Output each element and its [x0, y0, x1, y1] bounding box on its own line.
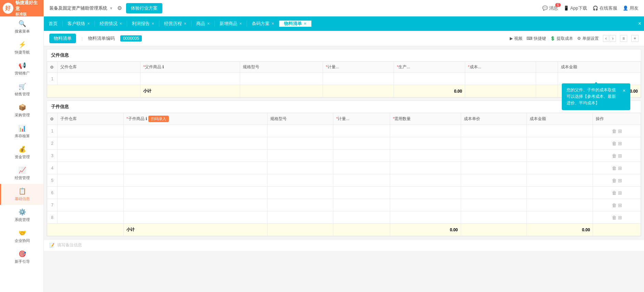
sidebar-item-operations[interactable]: 📈经营管理 [0, 163, 44, 184]
prev-page-btn[interactable]: ‹ [603, 35, 609, 42]
nav-tab-new-goods[interactable]: 新增商品 × [215, 21, 247, 27]
delete-icon[interactable]: 🗑 [612, 215, 617, 220]
parent-section-title: 父件信息 [47, 49, 641, 61]
child-col-spec: 规格型号 [267, 113, 333, 125]
sidebar-item-purchase[interactable]: 📦采购管理 [0, 100, 44, 121]
table-row: 1 [47, 73, 641, 85]
child-col-unit-cost: 成本单价 [461, 113, 527, 125]
tab-close-new-goods[interactable]: × [239, 21, 242, 26]
extract-cost-btn[interactable]: 💲 提取成本 [550, 36, 573, 42]
child-col-settings: ⚙ [47, 113, 58, 125]
table-row: 6 🗑 ⊞ [47, 187, 641, 199]
note-icon: 📝 [49, 243, 54, 248]
nav-tab-profit[interactable]: 利润报告 × [127, 21, 159, 27]
delete-icon[interactable]: 🗑 [612, 141, 617, 146]
user-menu[interactable]: 👤 用友 [623, 5, 639, 11]
child-col-goods: *子件商品 ℹ 扫码录入 [123, 113, 267, 125]
experience-btn[interactable]: 体验行业方案 [126, 3, 162, 13]
sidebar-item-enterprise[interactable]: 🤝企业协同 [0, 226, 44, 247]
child-info-section: 子件信息 ⚙ 子件仓库 *子件商品 ℹ 扫码录入 规格型号 *计量... *需用… [47, 101, 641, 236]
nav-tab-home[interactable]: 首页 [44, 21, 63, 27]
topbar: 装备及固定资产辅助管理系统 ▼ ⚙ 体验行业方案 💬 消息 6 📱 App下载 … [44, 0, 644, 16]
sidebar-item-inventory[interactable]: 📊库存核算 [0, 121, 44, 142]
parent-subtotal-row: 小计 0.00 0.00 [47, 85, 641, 97]
sub-header: 物料清单 | 物料清单编码 0000005 ▶ 视频 ⌨ 快捷键 💲 提取成本 … [44, 31, 644, 46]
copy-icon[interactable]: ⊞ [618, 202, 622, 208]
tab-close-barcode[interactable]: × [272, 21, 274, 26]
next-page-btn[interactable]: › [610, 35, 616, 42]
tooltip-close-btn[interactable]: × [623, 87, 626, 94]
tab-close-goods[interactable]: × [207, 21, 210, 26]
tab-close-icon[interactable]: × [635, 21, 644, 27]
parent-col-goods: *父件商品 ℹ [140, 62, 240, 73]
parent-col-warehouse: 父件仓库 [58, 62, 140, 73]
video-btn[interactable]: ▶ 视频 [510, 36, 522, 42]
delete-icon[interactable]: 🗑 [612, 165, 617, 171]
table-row: 4 🗑 ⊞ [47, 162, 641, 174]
table-row: 1 🗑 ⊞ [47, 125, 641, 137]
copy-icon[interactable]: ⊞ [618, 178, 622, 183]
nav-tab-bom[interactable]: 物料清单 × [279, 21, 311, 27]
main-content: 装备及固定资产辅助管理系统 ▼ ⚙ 体验行业方案 💬 消息 6 📱 App下载 … [44, 0, 644, 292]
single-settings-btn[interactable]: ⚙ 单据设置 [577, 36, 599, 42]
copy-icon[interactable]: ⊞ [618, 190, 622, 196]
child-col-amount: 成本金额 [527, 113, 593, 125]
table-row: 2 🗑 ⊞ [47, 137, 641, 150]
settings-icon[interactable]: ⚙ [117, 5, 122, 11]
nav-tab-operations-status[interactable]: 经营情况 × [95, 21, 127, 27]
bom-list-tab[interactable]: 物料清单 [49, 34, 76, 43]
child-col-warehouse: 子件仓库 [58, 113, 124, 125]
logo-icon: 好 [3, 3, 13, 14]
copy-icon[interactable]: ⊞ [618, 141, 622, 146]
sub-header-right: ▶ 视频 ⌨ 快捷键 💲 提取成本 ⚙ 单据设置 ‹ › ≡ + [510, 35, 639, 42]
content-area: × 您的父件、子件的成本取值可以选择【参考成本、最新进价、平均成本】 父件信息 … [44, 46, 644, 292]
sidebar-item-guide[interactable]: 🎯新手引导 [0, 247, 44, 268]
copy-icon[interactable]: ⊞ [618, 165, 622, 171]
message-btn[interactable]: 💬 消息 6 [542, 5, 558, 11]
child-section-title: 子件信息 [47, 101, 641, 113]
logo-text: 畅捷通好生意 标准版 [15, 0, 41, 16]
grid-view-btn[interactable]: ≡ [620, 35, 627, 42]
tab-close-customers[interactable]: × [87, 21, 90, 26]
sidebar-item-system[interactable]: ⚙️系统管理 [0, 205, 44, 226]
parent-col-amount: 成本金额 [558, 62, 641, 73]
copy-icon[interactable]: ⊞ [618, 153, 622, 159]
child-col-actions: 操作 [593, 113, 641, 125]
sidebar-item-sales[interactable]: 🛒销售管理 [0, 79, 44, 100]
scan-input-btn[interactable]: 扫码录入 [148, 116, 169, 122]
tab-close-bom[interactable]: × [304, 21, 306, 26]
nav-tab-customers[interactable]: 客户联络 × [63, 21, 95, 27]
table-row: 7 🗑 ⊞ [47, 199, 641, 211]
sidebar-item-basic-info[interactable]: 📋基础信息 [0, 184, 44, 205]
parent-col-extra [536, 62, 558, 73]
sidebar-item-marketing[interactable]: 📢营销推广 [0, 58, 44, 79]
sidebar: 好 畅捷通好生意 标准版 🔍搜索菜单⚡快捷导航📢营销推广🛒销售管理📦采购管理📊库… [0, 0, 44, 292]
child-col-unit: *计量... [333, 113, 390, 125]
copy-icon[interactable]: ⊞ [618, 215, 622, 220]
tab-close-profit[interactable]: × [152, 21, 154, 26]
tab-close-history[interactable]: × [184, 21, 186, 26]
table-row: 8 🗑 ⊞ [47, 211, 641, 224]
online-service-btn[interactable]: 🎧 在线客服 [593, 5, 617, 11]
sidebar-item-finance[interactable]: 💰资金管理 [0, 142, 44, 163]
copy-icon[interactable]: ⊞ [618, 128, 622, 134]
system-title: 装备及固定资产辅助管理系统 ▼ [49, 5, 113, 11]
delete-icon[interactable]: 🗑 [612, 202, 617, 208]
nav-tab-history[interactable]: 经营历程 × [159, 21, 191, 27]
parent-col-settings: ⚙ [47, 62, 58, 73]
table-row: 5 🗑 ⊞ [47, 174, 641, 187]
nav-tab-goods[interactable]: 商品 × [191, 21, 215, 27]
delete-icon[interactable]: 🗑 [612, 153, 617, 159]
sidebar-item-search[interactable]: 🔍搜索菜单 [0, 16, 44, 37]
child-col-quantity: *需用数量 [390, 113, 461, 125]
tab-close-operations-status[interactable]: × [120, 21, 122, 26]
nav-tab-barcode[interactable]: 条码方案 × [247, 21, 279, 27]
add-row-btn[interactable]: + [631, 35, 639, 42]
app-download-btn[interactable]: 📱 App下载 [564, 5, 587, 11]
delete-icon[interactable]: 🗑 [612, 190, 617, 196]
parent-col-spec: 规格型号 [240, 62, 323, 73]
shortcut-btn[interactable]: ⌨ 快捷键 [527, 36, 546, 42]
delete-icon[interactable]: 🗑 [612, 128, 617, 134]
delete-icon[interactable]: 🗑 [612, 178, 617, 183]
sidebar-item-quick-nav[interactable]: ⚡快捷导航 [0, 37, 44, 58]
